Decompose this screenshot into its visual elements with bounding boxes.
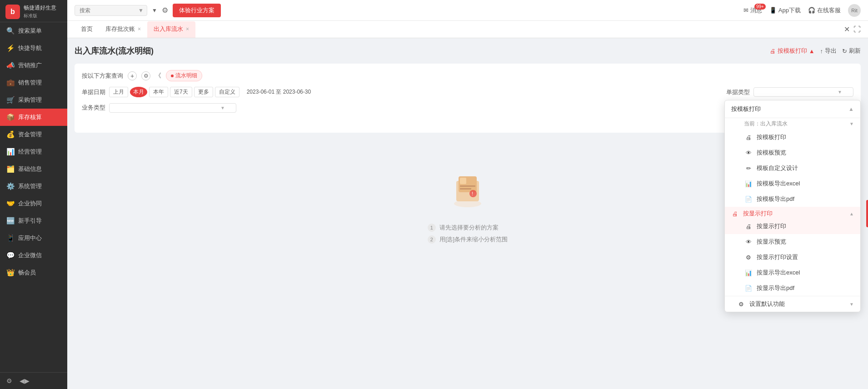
sidebar-item-member[interactable]: 👑 畅会员 [0, 264, 67, 281]
dropdown-item-template-pdf[interactable]: 📄 按模板导出pdf [725, 191, 860, 207]
tab-home[interactable]: 首页 [75, 21, 99, 38]
sidebar-item-quicknav[interactable]: ⚡ 快捷导航 [0, 40, 67, 57]
operations-icon: 📊 [6, 148, 15, 156]
dropdown-panel-up-arrow[interactable]: ▲ [848, 106, 854, 112]
lightning-icon: ⚡ [6, 44, 15, 52]
empty-step-1: 1 请先选择要分析的方案 [428, 222, 508, 234]
filter-settings-button[interactable]: ⚙ [141, 71, 150, 80]
topbar: ▼ ▼ ⚙ 体验行业方案 ✉ 消息 99+ 📱 App下载 🎧 在线客服 [67, 0, 868, 21]
online-service-button[interactable]: 🎧 在线客服 [808, 6, 841, 15]
trial-button[interactable]: 体验行业方案 [173, 4, 221, 17]
sidebar-collapse-button[interactable]: ◀▶ [20, 377, 30, 384]
sidebar-item-appcenter[interactable]: 📱 应用中心 [0, 229, 67, 247]
sidebar-nav: 🔍 搜索菜单 ⚡ 快捷导航 📣 营销推广 💼 销售管理 🛒 采购管理 📦 [0, 22, 67, 372]
step-num-2: 2 [428, 235, 436, 244]
tab-flow[interactable]: 出入库流水 × [147, 21, 195, 38]
dropdown-panel-header: 按模板打印 ▲ [725, 100, 860, 118]
tab-close-all-icon[interactable]: ✕ [844, 25, 850, 34]
filter-active-tag[interactable]: 流水明细 [166, 70, 202, 81]
filter-collapse-icon[interactable]: 《 [155, 72, 161, 80]
dropdown-item-template-excel[interactable]: 📊 按模板导出excel [725, 176, 860, 191]
dropdown-item-display-pdf[interactable]: 📄 按显示导出pdf [725, 280, 860, 296]
date-btn-this-year[interactable]: 本年 [149, 87, 168, 97]
sidebar-item-marketing[interactable]: 📣 营销推广 [0, 57, 67, 74]
date-btn-more[interactable]: 更多 [194, 87, 213, 97]
design-icon: ✏ [745, 165, 752, 172]
sidebar-item-search[interactable]: 🔍 搜索菜单 [0, 22, 67, 40]
topbar-search-input[interactable] [75, 5, 147, 16]
tab-expand-icon[interactable]: ⛶ [853, 25, 861, 34]
app-download-label: App下载 [778, 6, 801, 15]
tab-flow-close[interactable]: × [186, 26, 189, 32]
messages-button[interactable]: ✉ 消息 99+ [743, 6, 762, 15]
filter-add-button[interactable]: + [128, 71, 137, 80]
sidebar: b 畅捷通好生意 标准版 🔍 搜索菜单 ⚡ 快捷导航 📣 营销推广 💼 [0, 0, 67, 389]
empty-step-2: 2 用[选]条件来缩小分析范围 [428, 234, 508, 245]
date-btn-last-month[interactable]: 上月 [109, 87, 128, 97]
sidebar-item-cooperation[interactable]: 🤝 企业协同 [0, 195, 67, 212]
tab-batch[interactable]: 库存批次账 × [99, 21, 147, 38]
filter-doctype-select[interactable]: ▼ [753, 87, 853, 97]
topbar-gear-icon[interactable]: ⚙ [162, 6, 168, 15]
dropdown-item-display-print[interactable]: 🖨 按显示打印 [725, 219, 860, 234]
dropdown-default-settings[interactable]: ⚙ 设置默认功能 ▼ [725, 296, 860, 312]
dropdown-item-display-settings[interactable]: ⚙ 按显示打印设置 [725, 249, 860, 265]
export-button[interactable]: ↑ 导出 [820, 47, 837, 55]
filter-biztype-label: 业务类型 [82, 104, 105, 112]
tab-batch-close[interactable]: × [138, 26, 141, 32]
dropdown-item-display-preview[interactable]: 👁 按显示预览 [725, 234, 860, 249]
sidebar-item-purchase[interactable]: 🛒 采购管理 [0, 91, 67, 109]
messages-badge: 99+ [754, 4, 766, 10]
display-section-icon: 🖨 [731, 210, 738, 217]
dropdown-item-template-design[interactable]: ✏ 模板自定义设计 [725, 160, 860, 176]
display-settings-icon: ⚙ [745, 254, 752, 261]
appcenter-icon: 📱 [6, 234, 15, 242]
search-icon: 🔍 [6, 27, 15, 35]
empty-instructions: 1 请先选择要分析的方案 2 用[选]条件来缩小分析范围 [428, 222, 508, 245]
marketing-icon: 📣 [6, 61, 15, 70]
sidebar-item-inventory[interactable]: 📦 库存核算 [0, 109, 67, 126]
sidebar-item-wechat[interactable]: 💬 企业微信 [0, 247, 67, 264]
sidebar-item-finance[interactable]: 💰 资金管理 [0, 126, 67, 143]
date-btn-this-month[interactable]: 本月 [130, 87, 147, 97]
dropdown-current-label: 当前：出入库流水 [744, 120, 788, 128]
svg-rect-5 [460, 188, 471, 190]
app-download-button[interactable]: 📱 App下载 [769, 6, 801, 15]
dropdown-template-design-label: 模板自定义设计 [757, 164, 798, 172]
filter-biztype-select[interactable]: ▼ [109, 103, 236, 113]
dropdown-item-display-excel[interactable]: 📊 按显示导出excel [725, 265, 860, 280]
print-doc-icon: 🖨 [745, 134, 752, 141]
sidebar-item-sales[interactable]: 💼 销售管理 [0, 74, 67, 91]
refresh-button[interactable]: ↻ 刷新 [842, 47, 861, 55]
sidebar-item-guide[interactable]: 🆕 新手引导 [0, 212, 67, 229]
user-avatar[interactable]: Rit [848, 4, 861, 17]
filter-date-label: 单据日期 [82, 88, 105, 96]
excel-icon: 📊 [745, 180, 752, 187]
empty-illustration: ! [445, 167, 490, 213]
date-btn-custom[interactable]: 自定义 [215, 87, 239, 97]
date-btn-7days[interactable]: 近7天 [170, 87, 192, 97]
topbar-dropdown-arrow[interactable]: ▼ [152, 7, 157, 14]
empty-step2-text: 用[选]条件来缩小分析范围 [439, 234, 508, 245]
dropdown-item-template-preview[interactable]: 👁 按模板预览 [725, 145, 860, 160]
sidebar-item-basics[interactable]: 🗂️ 基础信息 [0, 160, 67, 178]
filter-row-1: 单据日期 上月 本月 本年 近7天 更多 自定义 2023-06-01 至 20… [82, 87, 853, 97]
sidebar-item-system[interactable]: ⚙️ 系统管理 [0, 178, 67, 195]
display-section-arrow[interactable]: ▲ [849, 211, 854, 216]
chevron-up-icon: ▲ [809, 48, 815, 55]
headset-icon: 🎧 [808, 7, 815, 14]
date-range-text: 2023-06-01 至 2023-06-30 [247, 88, 311, 96]
empty-step1-text: 请先选择要分析的方案 [439, 222, 499, 234]
message-icon: ✉ [743, 7, 748, 14]
template-print-button[interactable]: 🖨 按模板打印 ▲ [770, 47, 815, 55]
right-edge-indicator[interactable] [866, 200, 868, 227]
settings-arrow-icon: ▼ [849, 302, 854, 307]
page-title-actions: 🖨 按模板打印 ▲ ↑ 导出 ↻ 刷新 [770, 47, 861, 55]
sidebar-settings-button[interactable]: ⚙ [6, 377, 12, 384]
dropdown-template-excel-label: 按模板导出excel [757, 180, 800, 188]
dropdown-display-settings-label: 按显示打印设置 [757, 253, 798, 261]
filter-doctype-label: 单据类型 [726, 88, 750, 96]
sidebar-item-operations[interactable]: 📊 经营管理 [0, 143, 67, 160]
dropdown-item-template-print[interactable]: 🖨 按模板打印 [725, 130, 860, 145]
step-num-1: 1 [428, 224, 436, 232]
